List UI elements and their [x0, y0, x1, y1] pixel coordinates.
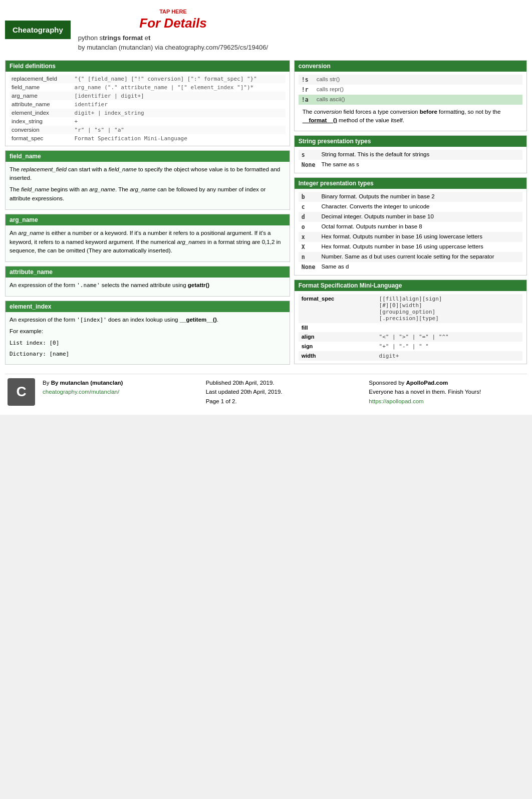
fmt-value	[376, 323, 522, 332]
int-key: b	[299, 192, 319, 202]
page: Cheatography TAP HERE For Details python…	[0, 0, 532, 415]
field-definitions-section: Field definitions replacement_field"{" […	[5, 60, 290, 146]
str-value: The same as s	[318, 160, 522, 170]
int-value: Character. Converts the integer to unico…	[318, 202, 522, 212]
string-pres-row: sString format. This is the default for …	[299, 150, 522, 160]
integer-presentation-section: Integer presentation types bBinary forma…	[294, 177, 527, 276]
int-key: n	[299, 252, 319, 262]
element-index-header: element_index	[6, 301, 290, 312]
footer-author-link[interactable]: cheatography.com/mutanclan/	[43, 387, 198, 396]
fmt-value: "<" | ">" | "=" | "^"	[376, 332, 522, 342]
element-index-section: element_index An expression of the form …	[5, 301, 290, 365]
int-pres-row: NoneSame as d	[299, 262, 522, 272]
footer-author-name: By mutanclan (mutanclan)	[51, 380, 123, 386]
conversion-note: The conversion field forces a type conve…	[299, 105, 522, 128]
str-value: String format. This is the default for s…	[318, 150, 522, 160]
field-def-name: conversion	[10, 126, 73, 134]
field-name-text2: The field_name begins with an arg_name. …	[10, 185, 286, 203]
footer-sponsor-link[interactable]: https://apollopad.com	[369, 397, 524, 406]
footer-published: Published 20th April, 2019.	[206, 378, 362, 387]
fmt-value: [[fill]align][sign] [#][0][width] [group…	[376, 294, 522, 323]
main-layout: Field definitions replacement_field"{" […	[5, 60, 527, 369]
int-key: X	[299, 242, 319, 252]
arg-name-body: An arg_name is either a number or a keyw…	[6, 225, 290, 261]
field-def-value: [identifier | digit+]	[73, 92, 286, 100]
field-def-row: element_indexdigit+ | index_string	[10, 109, 286, 117]
element-index-text1: An expression of the form '[index]' does…	[10, 316, 286, 325]
string-presentation-table: sString format. This is the default for …	[299, 150, 522, 170]
field-def-row: replacement_field"{" [field_name] ["!" c…	[10, 75, 286, 83]
attribute-name-body: An expression of the form '.name' select…	[6, 278, 290, 296]
integer-presentation-header: Integer presentation types	[295, 178, 526, 189]
fmt-value: "+" | "-" | " "	[376, 342, 522, 351]
field-def-row: conversion"r" | "s" | "a"	[10, 126, 286, 134]
field-def-row: attribute_nameidentifier	[10, 100, 286, 109]
conv-key: !s	[299, 75, 314, 85]
int-value: Hex format. Outputs number in base 16 us…	[318, 232, 522, 242]
footer-sponsor: Sponsored by ApolloPad.com Everyone has …	[369, 378, 524, 406]
int-key: o	[299, 222, 319, 232]
footer-author-text: By By mutanclan (mutanclan)	[43, 378, 198, 387]
field-definitions-body: replacement_field"{" [field_name] ["!" c…	[6, 72, 290, 146]
conv-value: calls ascii()	[314, 95, 522, 105]
int-pres-row: oOctal format. Outputs number in base 8	[299, 222, 522, 232]
fmt-value: digit+	[376, 351, 522, 361]
field-def-name: format_spec	[10, 134, 73, 143]
string-pres-row: NoneThe same as s	[299, 160, 522, 170]
fmt-key: fill	[299, 323, 376, 332]
field-def-value: +	[73, 117, 286, 126]
int-value: Hex format. Outputs number in base 16 us…	[318, 242, 522, 252]
conversion-header: conversion	[295, 61, 526, 72]
element-index-text3: List index: [0]	[10, 339, 286, 347]
conversion-row: !acalls ascii()	[299, 95, 522, 105]
field-name-text1: The replacement_field can start with a f…	[10, 165, 286, 183]
int-pres-row: nNumber. Same as d but uses current loca…	[299, 252, 522, 262]
int-key: d	[299, 212, 319, 222]
conv-value: calls str()	[314, 75, 522, 85]
field-def-name: replacement_field	[10, 75, 73, 83]
field-def-name: arg_name	[10, 92, 73, 100]
field-def-name: element_index	[10, 109, 73, 117]
field-name-body: The replacement_field can start with a f…	[6, 162, 290, 209]
int-value: Number. Same as d but uses current local…	[318, 252, 522, 262]
conversion-body: !scalls str()!rcalls repr()!acalls ascii…	[295, 72, 526, 131]
fmt-key: align	[299, 332, 376, 342]
string-presentation-section: String presentation types sString format…	[294, 135, 527, 173]
string-presentation-body: sString format. This is the default for …	[295, 147, 526, 173]
footer-sponsor-title: Sponsored by ApolloPad.com	[369, 378, 524, 387]
conv-key: !r	[299, 85, 314, 95]
field-def-value: Format Specification Mini-Language	[73, 134, 286, 143]
arg-name-text: An arg_name is either a number or a keyw…	[10, 229, 286, 255]
field-def-row: index_string +	[10, 117, 286, 126]
string-presentation-header: String presentation types	[295, 136, 526, 147]
integer-presentation-table: bBinary format. Outputs the number in ba…	[299, 192, 522, 272]
field-def-name: attribute_name	[10, 100, 73, 109]
header-text: TAP HERE For Details python strings form…	[78, 8, 268, 53]
field-def-value: digit+ | index_string	[73, 109, 286, 117]
int-value: Octal format. Outputs number in base 8	[318, 222, 522, 232]
attribute-name-section: attribute_name An expression of the form…	[5, 266, 290, 297]
field-def-value: "{" [field_name] ["!" conversion] [":" f…	[73, 75, 286, 83]
field-name-header: field_name	[6, 151, 290, 162]
fmt-row: sign"+" | "-" | " "	[299, 342, 522, 351]
field-def-name: field_name	[10, 83, 73, 92]
footer-sponsor-text: Everyone has a novel in them. Finish You…	[369, 387, 524, 396]
right-column: conversion !scalls str()!rcalls repr()!a…	[294, 60, 527, 369]
attribute-name-text: An expression of the form '.name' select…	[10, 281, 286, 290]
int-key: x	[299, 232, 319, 242]
arg-name-header: arg_name	[6, 214, 290, 225]
fmt-key: sign	[299, 342, 376, 351]
footer: C By By mutanclan (mutanclan) cheatograp…	[5, 374, 527, 410]
field-def-value: arg_name ("." attribute_name | "[" eleme…	[73, 83, 286, 92]
int-pres-row: XHex format. Outputs number in base 16 u…	[299, 242, 522, 252]
footer-logo: C	[8, 378, 35, 406]
field-def-row: format_specFormat Specification Mini-Lan…	[10, 134, 286, 143]
fmt-row: fill	[299, 323, 522, 332]
element-index-body: An expression of the form '[index]' does…	[6, 312, 290, 364]
format-spec-table: format_spec[[fill]align][sign] [#][0][wi…	[299, 294, 522, 361]
fmt-row: widthdigit+	[299, 351, 522, 361]
int-value: Same as d	[318, 262, 522, 272]
str-key: s	[299, 150, 319, 160]
fmt-key: format_spec	[299, 294, 376, 323]
header-byline: by mutanclan (mutanclan) via cheatograph…	[78, 44, 268, 51]
